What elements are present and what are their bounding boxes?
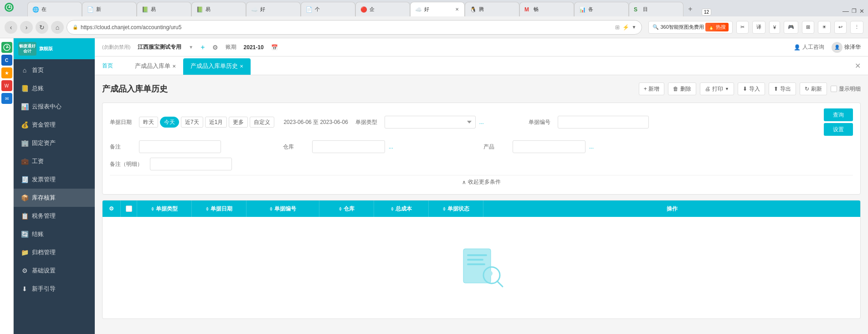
export-button[interactable]: ⬆ 导出 [769,82,796,95]
tab-3[interactable]: 📗 易 [137,2,191,16]
tab-7[interactable]: 🔴 企 [355,2,410,16]
forward-button[interactable]: › [20,21,33,34]
tab-12[interactable]: S 目 [629,2,683,16]
svg-rect-6 [467,259,483,261]
th-cost[interactable]: 总成本 [374,200,429,217]
th-date[interactable]: 单据日期 [192,200,247,217]
tab-4[interactable]: 📗 易 [191,2,246,16]
date-btn-custom[interactable]: 自定义 [250,117,274,128]
sidebar-item-fund[interactable]: 💰 资金管理 [14,116,95,134]
th-type[interactable]: 单据类型 [137,200,192,217]
tab-10[interactable]: M 畅 [519,2,574,16]
print-icon: 🖨 [705,86,710,92]
theme-btn[interactable]: ☀ [818,21,831,34]
th-warehouse[interactable]: 仓库 [319,200,374,217]
th-check[interactable] [121,200,137,217]
query-button[interactable]: 查询 [824,108,853,121]
tab-list-close[interactable]: ✕ [172,64,176,69]
tab-9[interactable]: 🐧 腾 [465,2,519,16]
company-settings-icon[interactable]: ⚙ [212,44,218,51]
date-btn-more[interactable]: 更多 [229,117,248,128]
apps-btn[interactable]: ⊞ [802,21,814,34]
sidebar-item-ledger[interactable]: 📒 总账 [14,79,95,98]
tab-1[interactable]: 🌐 在 [27,2,82,16]
delete-button[interactable]: 🗑 删除 [668,82,696,95]
type-dots[interactable]: ... [478,119,486,125]
sidebar-item-inventory[interactable]: 📦 库存核算 [14,189,95,207]
restore-button[interactable]: ❐ [852,8,857,14]
sidebar-item-cloud-report[interactable]: 📊 云报表中心 [14,98,95,116]
refresh-button[interactable]: ↻ [36,21,48,34]
new-tab-button[interactable]: + [683,2,697,16]
hot-label[interactable]: 🔥 热搜 [705,23,729,31]
filter-settings-button[interactable]: 设置 [824,123,853,136]
sidebar-item-invoice[interactable]: 🧾 发票管理 [14,170,95,189]
detail-notes-label: 备注（明细） [110,160,143,168]
breadcrumb-home[interactable]: 首页 [102,62,113,70]
close-button[interactable]: ✕ [859,8,864,15]
collapse-button[interactable]: ∧ 收起更多条件 [110,175,853,189]
service-icon: 👤 [794,44,801,51]
date-btn-7days[interactable]: 近7天 [181,117,203,128]
home-button[interactable]: ⌂ [51,21,64,34]
sidebar-item-tax[interactable]: 📋 税务管理 [14,207,95,225]
close-panel-button[interactable]: ✕ [847,62,868,70]
sidebar-item-more[interactable]: ⬇ 新手引导 [14,280,95,298]
user-service-button[interactable]: 👤 人工咨询 [794,43,824,51]
sidebar-item-settlement[interactable]: 🔄 结账 [14,225,95,243]
warehouse-input[interactable] [312,140,385,153]
warehouse-dots[interactable]: ... [387,144,395,150]
sidebar-item-home[interactable]: ⌂ 首页 [14,61,95,79]
display-checkbox[interactable] [831,86,837,92]
product-dots[interactable]: ... [587,144,596,150]
th-number[interactable]: 单据编号 [247,200,319,217]
undo-btn[interactable]: ↩ [834,21,847,34]
tab-6[interactable]: 📄 个 [301,2,355,16]
import-button[interactable]: ⬇ 导入 [738,82,765,95]
number-input[interactable] [558,116,649,128]
refresh-button[interactable]: ↻ 刷新 [800,82,827,95]
sidebar-item-settings[interactable]: ⚙ 基础设置 [14,262,95,280]
translate-btn[interactable]: 译 [752,21,765,34]
date-btn-today[interactable]: 今天 [160,117,179,128]
header-checkbox[interactable] [126,206,132,212]
cut-btn[interactable]: ✂ [736,21,749,34]
calendar-icon[interactable]: 📅 [271,44,278,51]
tab-close-8[interactable]: ✕ [454,6,460,13]
add-button[interactable]: + 新增 [639,82,664,95]
yuan-btn[interactable]: ¥ [769,21,780,34]
tab-11[interactable]: 📊 各 [574,2,629,16]
notes-input[interactable] [139,140,221,153]
game-btn[interactable]: 🎮 [784,21,798,34]
more-btn[interactable]: ⋮ [850,21,863,34]
date-btn-1month[interactable]: 近1月 [205,117,227,128]
tab-8[interactable]: ☁️ 好 ✕ [410,2,465,16]
th-status[interactable]: 单据状态 [429,200,483,217]
th-gear[interactable]: ⚙ [103,200,121,217]
tab-history-close[interactable]: ✕ [240,64,243,69]
minimize-button[interactable]: — [842,7,849,15]
fixed-assets-icon: 🏢 [21,139,28,147]
address-input[interactable]: 🔒 https://cloud.chanjet.com/accounting/u… [67,20,642,35]
tab-list[interactable]: 产成品入库单 ✕ [128,58,183,75]
print-button[interactable]: 🖨 打印 ▼ [700,82,734,95]
sidebar-item-archive[interactable]: 📁 归档管理 [14,243,95,262]
date-btn-yesterday[interactable]: 昨天 [139,117,158,128]
tab-2[interactable]: 📄 新 [82,2,137,16]
detail-notes-input[interactable] [150,158,232,170]
icon-sidebar-mail[interactable]: ✉ [1,93,12,104]
company-dropdown-icon[interactable]: ▼ [189,45,193,50]
icon-sidebar-weibo[interactable]: W [1,80,12,91]
add-company-button[interactable]: + [200,43,205,51]
product-input[interactable] [513,140,586,153]
tab-history[interactable]: 产成品入库单历史 ✕ [183,58,251,75]
back-button[interactable]: ‹ [5,21,17,34]
sidebar-item-payroll[interactable]: 💼 工资 [14,152,95,170]
icon-sidebar-green[interactable] [1,42,12,53]
sidebar-item-fixed-assets[interactable]: 🏢 固定资产 [14,134,95,152]
icon-sidebar-orange[interactable]: ★ [1,67,12,78]
tab-5[interactable]: ☁️ 好 [246,2,301,16]
search-box[interactable]: 🔍 360智能抠图免费用 🔥 热搜 [648,21,732,34]
icon-sidebar-blue[interactable]: C [1,55,12,66]
type-select[interactable] [385,116,476,128]
